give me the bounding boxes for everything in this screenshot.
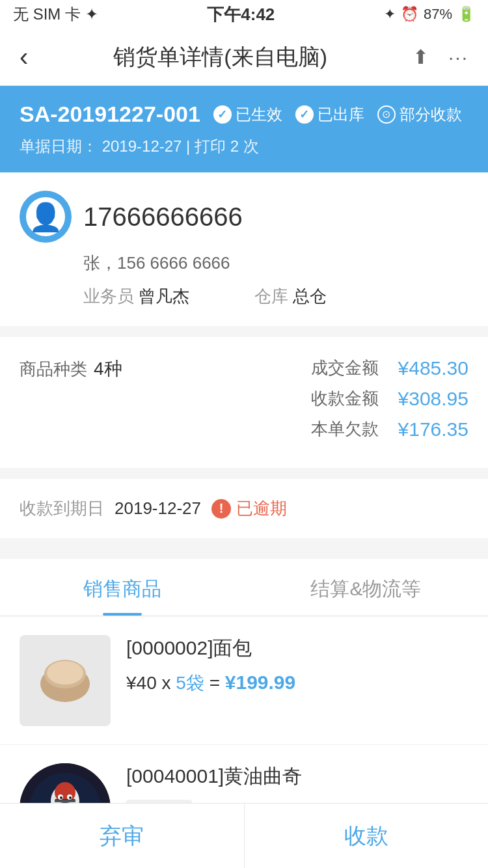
due-date-section: 收款到期日 2019-12-27 ! 已逾期	[0, 479, 488, 538]
stats-section: 商品种类 4种 成交金额 ¥485.30 收款金额 ¥308.95 本单欠款 ¥…	[0, 337, 488, 468]
received-row: 收款金额 ¥308.95	[311, 387, 468, 410]
status-label-3: 部分收款	[400, 104, 462, 125]
product-price-bread: ¥40 x 5袋 = ¥199.99	[126, 671, 468, 696]
bread-price-total: ¥199.99	[225, 671, 295, 693]
product-name-cookie: [00040001]黄油曲奇	[126, 763, 468, 790]
amount-row: 成交金额 ¥485.30	[311, 357, 468, 379]
date-label: 单据日期：	[20, 137, 98, 155]
product-item-bread: P+ [0000002]面包 ¥40 x 5袋 = ¥199.99	[0, 617, 488, 745]
status-bar: 无 SIM 卡 ✦ 下午4:42 ✦ ⏰ 87% 🔋	[0, 0, 488, 29]
divider-2	[0, 468, 488, 479]
order-id: SA-20191227-001	[20, 102, 200, 127]
customer-row: 👤 17666666666	[20, 191, 468, 243]
status-right: ✦ ⏰ 87% 🔋	[384, 6, 475, 23]
product-name-bread: [0000002]面包	[126, 635, 468, 662]
nav-icons: ⬆ ···	[413, 46, 468, 68]
bread-price-sep1: x	[162, 673, 176, 693]
header-top: SA-20191227-001 ✓ 已生效 ✓ 已出库 ⊙ 部分收款	[20, 102, 468, 127]
status-left: 无 SIM 卡 ✦	[13, 4, 98, 25]
tab-settlement-label: 结算&物流等	[310, 578, 421, 599]
cancel-label: 弃审	[100, 821, 144, 851]
share-icon[interactable]: ⬆	[413, 46, 429, 68]
debt-row: 本单欠款 ¥176.35	[311, 418, 468, 441]
due-label: 收款到期日	[20, 497, 104, 520]
debt-label: 本单欠款	[311, 418, 379, 441]
tabs-section: 销售商品 结算&物流等	[0, 559, 488, 616]
amount-label: 成交金额	[311, 357, 379, 379]
check-icon-1: ✓	[213, 105, 232, 124]
bread-price-qty: 5袋	[176, 673, 204, 693]
received-label: 收款金额	[311, 387, 379, 410]
debt-value: ¥176.35	[398, 418, 468, 441]
stats-left: 商品种类 4种	[20, 357, 122, 389]
avatar: 👤	[20, 191, 72, 243]
due-date-value: 2019-12-27	[115, 498, 201, 519]
order-header: SA-20191227-001 ✓ 已生效 ✓ 已出库 ⊙ 部分收款 单据日期：…	[0, 86, 488, 172]
cancel-review-button[interactable]: 弃审	[0, 804, 245, 868]
tab-sales-label: 销售商品	[83, 578, 161, 599]
avatar-inner: 👤	[26, 197, 65, 236]
overdue-badge: ! 已逾期	[211, 497, 287, 520]
customer-name-phone: 张，156 6666 6666	[83, 252, 468, 275]
sales-name: 曾凡杰	[139, 286, 189, 306]
status-partial-payment: ⊙ 部分收款	[377, 104, 462, 125]
clock-icon: ⊙	[377, 105, 396, 124]
divider-1	[0, 327, 488, 337]
status-shipped: ✓ 已出库	[295, 104, 364, 125]
goods-type-row: 商品种类 4种	[20, 357, 122, 381]
nav-bar: ‹ 销货单详情(来自电脑) ⬆ ···	[0, 29, 488, 86]
bread-price-sep2: =	[210, 673, 225, 693]
svg-text:P+: P+	[52, 690, 62, 699]
confirm-label: 收款	[344, 821, 388, 851]
svg-rect-14	[55, 800, 75, 802]
customer-phone: 17666666666	[83, 202, 243, 232]
stats-right: 成交金额 ¥485.30 收款金额 ¥308.95 本单欠款 ¥176.35	[311, 357, 468, 448]
page-title: 销货单详情(来自电脑)	[113, 42, 327, 72]
bottom-bar: 弃审 收款	[0, 803, 488, 868]
svg-point-13	[69, 796, 72, 799]
divider-3	[0, 549, 488, 559]
status-label-2: 已出库	[318, 104, 364, 125]
status-time: 下午4:42	[207, 3, 275, 26]
svg-point-2	[47, 661, 83, 685]
overdue-label: 已逾期	[236, 497, 287, 520]
sim-status: 无 SIM 卡 ✦	[13, 4, 98, 25]
warehouse-label: 仓库	[254, 286, 288, 306]
bread-svg: P+	[33, 648, 98, 713]
svg-point-12	[60, 796, 62, 799]
battery-level: 87%	[424, 6, 452, 23]
sales-label: 业务员	[83, 286, 134, 306]
customer-meta: 业务员 曾凡杰 仓库 总仓	[83, 285, 468, 308]
warehouse-name: 总仓	[293, 286, 327, 306]
back-button[interactable]: ‹	[20, 42, 28, 72]
overdue-icon: !	[211, 499, 231, 519]
order-date: 2019-12-27	[102, 137, 182, 155]
product-info-bread: [0000002]面包 ¥40 x 5袋 = ¥199.99	[126, 635, 468, 696]
battery-icon: 🔋	[457, 6, 475, 23]
location-icon: ✦	[384, 6, 396, 23]
print-info: | 打印 2 次	[186, 137, 259, 155]
tab-sales-products[interactable]: 销售商品	[0, 559, 244, 616]
collect-payment-button[interactable]: 收款	[245, 804, 489, 868]
customer-section: 👤 17666666666 张，156 6666 6666 业务员 曾凡杰 仓库…	[0, 172, 488, 326]
alarm-icon: ⏰	[401, 6, 418, 23]
received-value: ¥308.95	[398, 388, 468, 410]
goods-type-label: 商品种类	[20, 358, 87, 381]
product-image-bread: P+	[20, 635, 111, 726]
more-icon[interactable]: ···	[448, 46, 468, 68]
status-label-1: 已生效	[236, 104, 282, 125]
tab-settlement[interactable]: 结算&物流等	[244, 559, 488, 616]
person-icon: 👤	[29, 201, 62, 233]
check-icon-2: ✓	[295, 105, 314, 124]
header-date-info: 单据日期： 2019-12-27 | 打印 2 次	[20, 136, 468, 157]
bread-price-base: ¥40	[126, 673, 157, 693]
amount-value: ¥485.30	[398, 357, 468, 379]
goods-type-value: 4种	[94, 357, 122, 381]
warehouse-info: 仓库 总仓	[254, 285, 327, 308]
status-effective: ✓ 已生效	[213, 104, 282, 125]
sales-info: 业务员 曾凡杰	[83, 285, 189, 308]
